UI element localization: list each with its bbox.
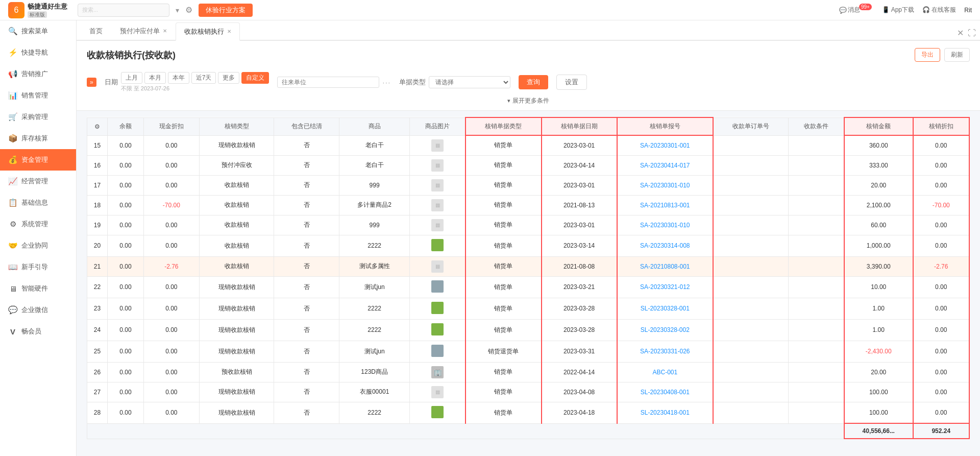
td-include-settled: 否: [274, 256, 339, 276]
bill-no-link[interactable]: SL-20230408-001: [641, 389, 690, 396]
bill-no-link[interactable]: SL-20230418-001: [641, 409, 690, 416]
bill-no-link[interactable]: SA-20210808-001: [640, 263, 690, 270]
sidebar-item-enterprise[interactable]: 🤝 企业协同: [0, 235, 76, 256]
bill-no-link[interactable]: SA-20230314-008: [640, 242, 690, 249]
td-receipt-condition: [788, 402, 844, 423]
search-input-bar[interactable]: 搜索...: [78, 4, 169, 17]
td-row-id: 27: [87, 382, 108, 402]
th-goods: 商品: [339, 117, 410, 135]
td-balance: 0.00: [108, 195, 144, 215]
td-receipt-order-no: [713, 276, 788, 298]
bill-no-link[interactable]: SA-20230301-001: [640, 142, 690, 149]
bill-no-link[interactable]: SA-20230301-010: [640, 182, 690, 189]
from-unit-filter: ···: [277, 77, 391, 88]
tab-bar-maximize-icon[interactable]: ⛶: [968, 29, 976, 38]
sidebar-item-vip[interactable]: V 畅会员: [0, 321, 76, 342]
sidebar-item-operations[interactable]: 📈 经营管理: [0, 171, 76, 192]
td-write-off-amount: 360.00: [844, 135, 913, 155]
td-write-off-type: 收款核销: [199, 195, 274, 215]
sidebar-item-system[interactable]: ⚙ 系统管理: [0, 213, 76, 235]
sidebar-item-quick-nav[interactable]: ⚡ 快捷导航: [0, 42, 76, 63]
td-row-id: 16: [87, 155, 108, 175]
tab-receipt-writeoff[interactable]: 收款核销执行 ✕: [176, 22, 240, 41]
td-write-off-discount: 0.00: [913, 135, 969, 155]
settings-gear-icon[interactable]: ⚙: [185, 5, 192, 15]
td-row-id: 17: [87, 175, 108, 195]
td-cash-discount: 0.00: [143, 341, 199, 362]
td-receipt-condition: [788, 195, 844, 215]
td-cash-discount: 0.00: [143, 155, 199, 175]
tab-home[interactable]: 首页: [81, 21, 111, 40]
custom-date-btn[interactable]: 自定义: [241, 72, 269, 84]
sidebar-item-basic-info[interactable]: 📋 基础信息: [0, 192, 76, 213]
td-include-settled: 否: [274, 298, 339, 319]
td-goods: 2222: [339, 319, 410, 341]
from-unit-input[interactable]: [277, 77, 379, 88]
this-month-btn[interactable]: 本月: [144, 72, 166, 84]
date-buttons: 上月 本月 本年 近7天 更多 自定义: [121, 72, 270, 84]
td-write-off-amount: 2,100.00: [844, 195, 913, 215]
refresh-button[interactable]: 刷新: [944, 48, 970, 62]
th-settings[interactable]: ⚙: [87, 117, 108, 135]
td-row-id: 24: [87, 319, 108, 341]
tab-bar-close-icon[interactable]: ✕: [957, 28, 964, 38]
bill-no-link[interactable]: SA-20230331-026: [640, 348, 690, 355]
table-row: 23 0.00 0.00 现销收款核销 否 2222 销货单 2023-03-2…: [87, 298, 970, 319]
sidebar-item-purchase[interactable]: 🛒 采购管理: [0, 106, 76, 128]
sidebar-item-sales[interactable]: 📊 销售管理: [0, 85, 76, 106]
td-write-off-amount: 1.00: [844, 298, 913, 319]
bill-no-link[interactable]: SL-20230328-001: [641, 305, 690, 312]
td-include-settled: 否: [274, 341, 339, 362]
this-year-btn[interactable]: 本年: [168, 72, 189, 84]
sidebar-item-inventory[interactable]: 📦 库存核算: [0, 128, 76, 149]
bill-no-link[interactable]: SA-20230321-012: [640, 283, 690, 291]
table-row: 21 0.00 -2.76 收款核销 否 测试多属性 ▦ 销货单 2021-08…: [87, 256, 970, 276]
last-7days-btn[interactable]: 近7天: [191, 72, 216, 84]
expand-more-btn[interactable]: ▾ 展开更多条件: [87, 97, 970, 105]
receipt-type-select[interactable]: 请选择: [429, 76, 510, 88]
th-receipt-order-no: 收款单订单号: [713, 117, 788, 135]
td-receipt-condition: [788, 362, 844, 382]
td-receipt-order-no: [713, 155, 788, 175]
setting-button[interactable]: 设置: [556, 75, 587, 90]
bill-no-link[interactable]: SA-20210813-001: [640, 202, 690, 209]
th-cash-discount: 现金折扣: [143, 117, 199, 135]
industry-solution-button[interactable]: 休验行业方案: [199, 4, 253, 17]
td-write-off-bill-date: 2023-03-31: [542, 341, 617, 362]
messages-icon-area[interactable]: 💬 消息99+: [839, 6, 874, 14]
td-include-settled: 否: [274, 235, 339, 256]
dropdown-arrow-icon[interactable]: ▾: [176, 6, 179, 14]
tab-close-receipt[interactable]: ✕: [227, 29, 231, 34]
tab-bar: 首页 预付冲应付单 ✕ 收款核销执行 ✕ ✕ ⛶: [77, 20, 980, 41]
more-date-btn[interactable]: 更多: [218, 72, 239, 84]
bill-no-link[interactable]: ABC-001: [652, 369, 677, 376]
app-download-link[interactable]: 📱 App下载: [882, 6, 914, 14]
sidebar-item-marketing[interactable]: 📢 营销推广: [0, 63, 76, 85]
td-cash-discount: 0.00: [143, 276, 199, 298]
brand-icon: 6: [8, 2, 24, 18]
bill-no-link[interactable]: SL-20230328-002: [641, 326, 690, 333]
query-button[interactable]: 查询: [519, 75, 548, 89]
table-row: 15 0.00 0.00 现销收款核销 否 老白干 ▦ 销货单 2023-03-…: [87, 135, 970, 155]
sidebar-item-newbie[interactable]: 📖 新手引导: [0, 256, 76, 278]
sidebar-item-search[interactable]: 🔍 搜索菜单: [0, 20, 76, 42]
last-month-btn[interactable]: 上月: [121, 72, 142, 84]
tab-prepayment[interactable]: 预付冲应付单 ✕: [111, 21, 176, 40]
td-goods-img: [410, 319, 466, 341]
finance-icon: 💰: [8, 155, 17, 164]
td-balance: 0.00: [108, 235, 144, 256]
tab-close-prepayment[interactable]: ✕: [163, 28, 167, 34]
bill-no-link[interactable]: SA-20230414-017: [640, 162, 690, 169]
export-button[interactable]: 导出: [915, 48, 940, 62]
td-cash-discount: 0.00: [143, 402, 199, 423]
bill-no-link[interactable]: SA-20230301-010: [640, 222, 690, 229]
sidebar-item-wechat[interactable]: 💬 企业微信: [0, 299, 76, 321]
basic-info-icon: 📋: [8, 198, 17, 207]
td-receipt-condition: [788, 298, 844, 319]
td-include-settled: 否: [274, 135, 339, 155]
th-write-off-type: 核销类型: [199, 117, 274, 135]
sidebar-item-hardware[interactable]: 🖥 智能硬件: [0, 278, 76, 299]
filter-collapse-button[interactable]: »: [87, 78, 96, 87]
sidebar-item-finance[interactable]: 💰 资金管理: [0, 149, 76, 171]
online-service-link[interactable]: 🎧 在线客服: [922, 6, 956, 14]
